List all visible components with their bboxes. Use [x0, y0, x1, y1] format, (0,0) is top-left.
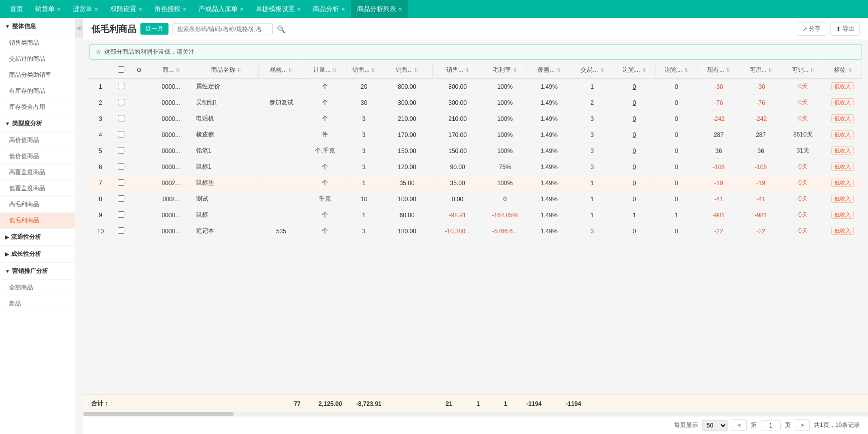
page-size-select[interactable]: 50 100 200: [702, 420, 728, 431]
nav-sales-order[interactable]: 销货单 ✕: [29, 0, 67, 18]
col-name[interactable]: 商品名称 ⇅: [194, 62, 258, 79]
row-checkbox[interactable]: [112, 79, 130, 95]
nav-purchase-order[interactable]: 进货单 ✕: [67, 0, 104, 18]
row-select-checkbox[interactable]: [118, 115, 124, 121]
col-current-stock[interactable]: 现有... ⇅: [698, 62, 740, 79]
sidebar-item-all-goods[interactable]: 全部商品: [0, 280, 75, 296]
toggle-icon: ▶: [5, 234, 9, 240]
row-view1[interactable]: 0: [613, 159, 655, 175]
sidebar-item-traded-goods[interactable]: 交易过的商品: [0, 51, 75, 67]
col-sales-qty[interactable]: 销售... ⇅: [346, 62, 382, 79]
row-select-checkbox[interactable]: [118, 99, 124, 105]
nav-close-icon[interactable]: ✕: [138, 7, 142, 12]
row-select-checkbox[interactable]: [118, 211, 124, 218]
sidebar-group-marketing[interactable]: ▼ 营销推广分析: [0, 263, 75, 280]
row-checkbox[interactable]: [112, 111, 130, 127]
nav-role-auth[interactable]: 角色授权 ✕: [148, 0, 193, 18]
col-code[interactable]: 商... ⇅: [148, 62, 194, 79]
sidebar-group-circulation[interactable]: ▶ 流通性分析: [0, 229, 75, 246]
row-select-checkbox[interactable]: [118, 227, 124, 234]
row-view1[interactable]: 0: [613, 191, 655, 207]
col-spec[interactable]: 规格... ⇅: [259, 62, 304, 79]
nav-home[interactable]: 首页: [4, 0, 29, 18]
sidebar-item-low-profit[interactable]: 低毛利商品: [0, 213, 75, 229]
col-coverage[interactable]: 覆盖... ⇅: [527, 62, 571, 79]
row-checkbox[interactable]: [112, 159, 130, 175]
sidebar-item-high-value[interactable]: 高价值商品: [0, 132, 75, 149]
col-view1[interactable]: 浏览... ⇅: [613, 62, 655, 79]
row-select-checkbox[interactable]: [118, 147, 124, 154]
table-container[interactable]: ⚙ 商... ⇅ 商品名称 ⇅ 规格... ⇅ 计量... ⇅ 销售... ⇅ …: [83, 62, 868, 394]
search-button[interactable]: 🔍: [277, 25, 285, 33]
nav-close-icon[interactable]: ✕: [341, 7, 345, 12]
col-tag[interactable]: 标签 ⇅: [824, 62, 861, 79]
col-settings[interactable]: ⚙: [130, 62, 148, 79]
col-view2[interactable]: 浏览... ⇅: [655, 62, 698, 79]
row-view1[interactable]: 1: [613, 207, 655, 223]
col-unit[interactable]: 计量... ⇅: [304, 62, 346, 79]
row-view1[interactable]: 0: [613, 111, 655, 127]
row-unit: 个: [304, 159, 346, 175]
share-button[interactable]: ↗ 分享: [797, 22, 826, 36]
row-checkbox[interactable]: [112, 127, 130, 143]
row-select-checkbox[interactable]: [118, 163, 124, 170]
row-gross-rate: 100%: [483, 79, 527, 95]
page-number-input[interactable]: [761, 420, 781, 430]
row-checkbox[interactable]: [112, 143, 130, 159]
sidebar-item-category-sales-rate[interactable]: 商品分类助销率: [0, 67, 75, 83]
row-checkbox[interactable]: [112, 175, 130, 191]
nav-product-analysis[interactable]: 商品分析 ✕: [307, 0, 351, 18]
row-checkbox[interactable]: [112, 191, 130, 207]
nav-product-analysis-list[interactable]: 商品分析列表 ✕: [351, 0, 408, 18]
nav-template-settings[interactable]: 单据模板设置 ✕: [250, 0, 307, 18]
next-page-button[interactable]: ＞: [795, 419, 810, 431]
col-transaction[interactable]: 交易... ⇅: [571, 62, 613, 79]
row-view1[interactable]: 0: [613, 143, 655, 159]
sidebar-item-sales-goods[interactable]: 销售类商品: [0, 35, 75, 51]
nav-close-icon[interactable]: ✕: [57, 7, 61, 12]
nav-close-icon[interactable]: ✕: [398, 7, 402, 12]
search-input[interactable]: [172, 23, 273, 35]
row-view1[interactable]: 0: [613, 95, 655, 111]
sidebar-group-type-analysis[interactable]: ▼ 类型度分析: [0, 115, 75, 132]
sidebar-item-stock-capital[interactable]: 库存资金占用: [0, 99, 75, 115]
col-sales-cost[interactable]: 销售... ⇅: [432, 62, 483, 79]
export-button[interactable]: ⬆ 导出: [830, 22, 860, 36]
horizontal-scrollbar[interactable]: [83, 412, 868, 416]
scrollbar-thumb[interactable]: [83, 412, 234, 416]
row-view1[interactable]: 0: [613, 223, 655, 239]
sidebar-item-high-coverage[interactable]: 高覆盖度商品: [0, 165, 75, 181]
row-view1[interactable]: 0: [613, 127, 655, 143]
col-gross-rate[interactable]: 毛利率 ⇅: [483, 62, 527, 79]
col-saleable[interactable]: 可销... ⇅: [782, 62, 824, 79]
sidebar-group-overall[interactable]: ▼ 整体信息: [0, 18, 75, 35]
nav-close-icon[interactable]: ✕: [297, 7, 301, 12]
select-all-checkbox[interactable]: [118, 66, 124, 73]
row-checkbox[interactable]: [112, 223, 130, 239]
row-select-checkbox[interactable]: [118, 131, 124, 137]
filter-recent-month-button[interactable]: 近一月: [140, 23, 168, 35]
nav-permission-settings[interactable]: 权限设置 ✕: [104, 0, 148, 18]
prev-page-button[interactable]: ＜: [732, 419, 747, 431]
row-select-checkbox[interactable]: [118, 83, 124, 89]
sidebar-item-new-goods[interactable]: 新品: [0, 296, 75, 312]
row-checkbox[interactable]: [112, 95, 130, 111]
sidebar-item-low-coverage[interactable]: 低覆盖度商品: [0, 181, 75, 197]
nav-close-icon[interactable]: ✕: [183, 7, 187, 12]
sidebar-item-high-profit[interactable]: 高毛利商品: [0, 197, 75, 213]
nav-close-icon[interactable]: ✕: [240, 7, 244, 12]
col-checkbox[interactable]: [112, 62, 130, 79]
sidebar-item-stock-goods[interactable]: 有库存的商品: [0, 83, 75, 99]
col-sales-amount[interactable]: 销售... ⇅: [382, 62, 432, 79]
row-checkbox[interactable]: [112, 207, 130, 223]
row-select-checkbox[interactable]: [118, 195, 124, 202]
nav-close-icon[interactable]: ✕: [94, 7, 98, 12]
sidebar-collapse-button[interactable]: ≪: [75, 18, 83, 38]
nav-product-inbound[interactable]: 产成品入库单 ✕: [193, 0, 250, 18]
row-view1[interactable]: 0: [613, 79, 655, 95]
row-select-checkbox[interactable]: [118, 179, 124, 186]
sidebar-group-growth[interactable]: ▶ 成长性分析: [0, 246, 75, 263]
sidebar-item-low-value[interactable]: 低价值商品: [0, 149, 75, 165]
row-view1[interactable]: 0: [613, 175, 655, 191]
col-available-stock[interactable]: 可用... ⇅: [740, 62, 782, 79]
